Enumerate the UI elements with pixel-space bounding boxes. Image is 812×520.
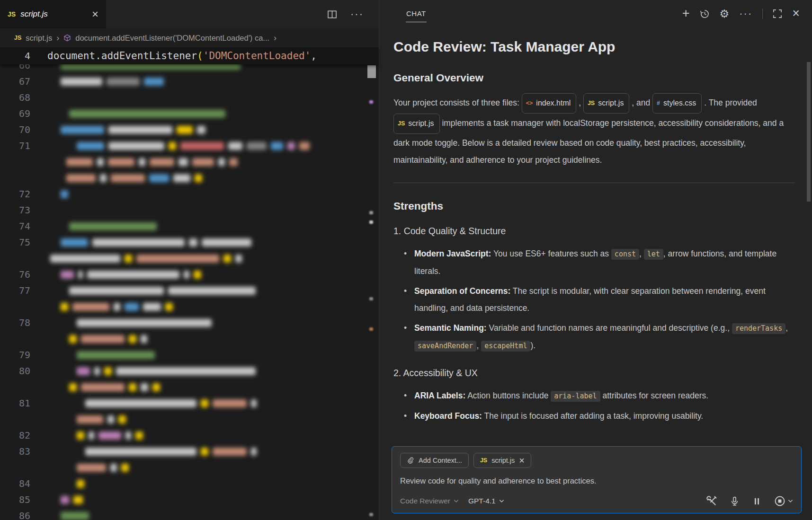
bold-text: Separation of Concerns: [414, 286, 510, 296]
code-line [0, 154, 365, 170]
code-blur-segment [81, 383, 125, 391]
chevron-down-icon [499, 499, 504, 503]
code-line: 74 [0, 218, 365, 234]
editor-more-actions-icon[interactable]: ··· [350, 11, 364, 17]
chat-input-box[interactable]: Add Context... JS script.js × Review cod… [392, 446, 802, 513]
line-number: 86 [0, 510, 47, 520]
file-chip[interactable]: <>index.html [522, 93, 577, 114]
text-run: Your project consists of three files: [393, 98, 522, 107]
code-blur-segment [184, 271, 189, 279]
sticky-code-segment: ( [197, 50, 203, 62]
code-blur-segment [89, 432, 94, 440]
code-blur-segment [141, 335, 147, 343]
inline-code: let [644, 249, 663, 260]
mode-picker[interactable]: Code Reviewer [400, 497, 459, 505]
file-chip[interactable]: JSscript.js [583, 93, 630, 114]
close-panel-icon[interactable]: × [792, 9, 800, 19]
breadcrumb-symbol[interactable]: document.addEventListener('DOMContentLoa… [75, 34, 269, 43]
code-blur-segments [77, 464, 129, 472]
code-line [0, 331, 365, 347]
gear-icon[interactable]: ⚙ [720, 9, 730, 19]
model-picker[interactable]: GPT-4.1 [468, 497, 504, 505]
chat-prompt-input[interactable]: Review code for quality and adherence to… [400, 476, 793, 485]
pause-icon[interactable] [752, 497, 761, 506]
sticky-scroll-line[interactable]: 4 document.addEventListener('DOMContentL… [0, 47, 379, 64]
code-blur-segment [218, 158, 225, 166]
add-context-button[interactable]: Add Context... [400, 453, 469, 468]
bullet-item: Keyboard Focus: The input is focused aft… [414, 407, 795, 424]
context-row: Add Context... JS script.js × [400, 453, 793, 468]
code-blur-segments [77, 351, 155, 359]
code-line: 85 [0, 492, 365, 508]
split-editor-icon[interactable] [327, 9, 337, 19]
code-blur-segment [69, 287, 164, 295]
js-file-icon: JS [14, 35, 21, 41]
microphone-icon[interactable] [730, 496, 740, 506]
inline-code: escapeHtml [481, 341, 530, 352]
tab-chat[interactable]: CHAT [406, 6, 427, 22]
file-chip-label: styles.css [663, 95, 696, 112]
chat-scrollbar-thumb[interactable] [807, 62, 811, 202]
code-line: 73 [0, 202, 365, 218]
code-blur-segment [61, 126, 104, 134]
chat-more-actions-icon[interactable]: ··· [739, 10, 752, 17]
file-chip-label: script.js [408, 115, 434, 132]
line-number: 80 [0, 365, 47, 377]
code-line [0, 411, 365, 427]
code-blur-segment [108, 142, 164, 150]
overview-ruler-mark [369, 513, 373, 516]
line-number: 85 [0, 494, 47, 505]
code-line: 78 [0, 315, 365, 331]
code-blur-segment [77, 319, 212, 327]
file-chip[interactable]: #styles.css [652, 93, 702, 114]
code-blur-segment [299, 142, 310, 150]
line-number: 66 [0, 64, 47, 71]
remove-attachment-icon[interactable]: × [519, 456, 525, 465]
inline-code: aria-label [551, 391, 600, 402]
code-blur-segment [192, 158, 214, 166]
text-run: , and [629, 98, 652, 107]
code-lines: 6667686970717273747576777879808182838485… [0, 64, 365, 520]
tab-close-icon[interactable]: × [92, 9, 98, 20]
code-blur-segment [201, 448, 208, 456]
js-file-icon: JS [480, 457, 487, 464]
js-file-icon: JS [588, 95, 595, 112]
text-run: Action buttons include [465, 391, 551, 400]
maximize-panel-icon[interactable] [773, 9, 782, 18]
new-chat-icon[interactable]: + [682, 9, 690, 19]
code-line [0, 379, 365, 395]
chat-input-toolbar: Code Reviewer GPT-4.1 [400, 495, 793, 507]
file-chip[interactable]: JSscript.js [393, 114, 440, 134]
code-blur-segment [108, 158, 134, 166]
attached-file-chip[interactable]: JS script.js × [473, 453, 531, 468]
code-blur-segment [169, 142, 176, 150]
code-blur-segment [228, 142, 242, 150]
text-run: , [476, 341, 481, 350]
code-blur-segments [61, 303, 173, 311]
section-heading: Strengths [393, 200, 795, 212]
html-file-icon: <> [526, 95, 533, 112]
vscode-window: JS script.js × ··· JS script.js › docume… [0, 0, 812, 520]
tab-script-js[interactable]: JS script.js × [0, 0, 106, 28]
line-number: 71 [0, 140, 47, 151]
code-blur-segment [78, 271, 83, 279]
code-blur-segment [85, 399, 196, 407]
stop-record-button[interactable] [774, 495, 793, 507]
inline-code: saveAndRender [414, 341, 476, 352]
sticky-code-text: document.addEventListener('DOMContentLoa… [47, 50, 317, 62]
js-file-icon: JS [398, 115, 405, 132]
code-blur-segment [125, 432, 131, 440]
code-blur-segment [149, 174, 169, 182]
tools-icon[interactable] [706, 496, 717, 506]
breadcrumb-file[interactable]: script.js [26, 34, 52, 43]
code-blur-segment [173, 174, 190, 182]
editor-scrollbar-thumb[interactable] [367, 65, 376, 78]
chat-panel-header: CHAT + ⚙ ··· × [379, 0, 812, 27]
code-blur-segments [61, 78, 164, 86]
code-line: 84 [0, 476, 365, 492]
code-blur-segments [77, 415, 126, 423]
code-editor-area[interactable]: 6667686970717273747576777879808182838485… [0, 64, 379, 520]
history-icon[interactable] [700, 9, 710, 19]
file-chip-label: script.js [598, 95, 624, 112]
chevron-down-icon [788, 499, 793, 503]
